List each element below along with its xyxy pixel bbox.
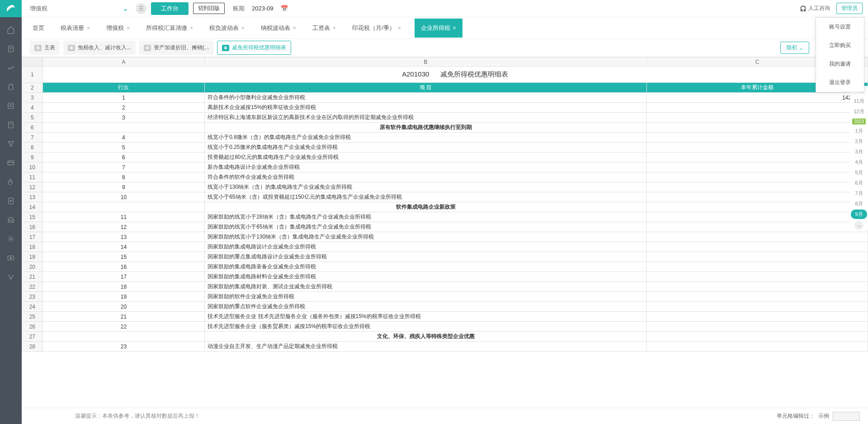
cell[interactable]: 线宽小于65纳米（含）或投资额超过150亿元的集成电路生产企业减免企业所得税	[205, 192, 647, 202]
dropdown-item[interactable]: 账号设置	[816, 18, 864, 36]
cell[interactable]: 国家鼓励的线宽小于65纳米（含）集成电路生产企业减免企业所得税	[205, 222, 647, 232]
cell[interactable]	[647, 252, 868, 262]
cell[interactable]	[647, 182, 868, 192]
row-header[interactable]: 28	[22, 342, 43, 352]
close-icon[interactable]: ×	[293, 25, 296, 31]
month-item[interactable]: 11月	[851, 96, 867, 106]
row-header[interactable]: 12	[22, 182, 43, 192]
cell[interactable]: 13	[42, 232, 205, 242]
collapse-button[interactable]: ☰	[136, 3, 146, 14]
jar-icon[interactable]	[6, 82, 15, 91]
tab[interactable]: 税表清册×	[58, 19, 93, 38]
column-header[interactable]: B	[205, 57, 647, 67]
cell[interactable]	[647, 322, 868, 332]
calc-icon[interactable]	[6, 120, 15, 129]
cell[interactable]: 17	[42, 272, 205, 282]
close-icon[interactable]: ×	[190, 25, 193, 31]
cell[interactable]	[647, 292, 868, 302]
month-item[interactable]: 7月	[851, 189, 867, 198]
cell[interactable]: 动漫企业自主开发、生产动漫产品定期减免企业所得税	[205, 342, 647, 352]
doc-icon[interactable]	[6, 44, 15, 53]
row-header[interactable]: 4	[22, 103, 43, 113]
subtab[interactable]: ▦减免所得税优惠明细表	[217, 41, 291, 55]
cell[interactable]	[647, 222, 868, 232]
tax-type-select[interactable]: 增值税 ⌄	[27, 4, 131, 13]
cell[interactable]: 国家鼓励的集成电路封装、测试企业减免企业所得税	[205, 282, 647, 292]
chart-icon[interactable]	[6, 63, 15, 72]
cell[interactable]: 12	[42, 222, 205, 232]
cell[interactable]	[647, 123, 868, 133]
calendar-icon[interactable]: 📅	[281, 5, 288, 12]
tab[interactable]: 首页	[30, 19, 47, 38]
close-icon[interactable]: ×	[241, 25, 245, 31]
row-header[interactable]: 6	[22, 123, 43, 133]
month-item[interactable]: 2月	[851, 137, 867, 146]
row-header[interactable]: 23	[22, 292, 43, 302]
month-item[interactable]: 9月	[851, 210, 867, 219]
month-item[interactable]: 8月	[851, 199, 867, 209]
card-icon[interactable]	[6, 158, 15, 167]
cell[interactable]: 国家鼓励的集成电路材料企业减免企业所得税	[205, 272, 647, 282]
cell[interactable]: 18	[42, 282, 205, 292]
month-item[interactable]: 12月	[851, 107, 867, 116]
cell[interactable]: 符合条件的小型微利企业减免企业所得税	[205, 93, 647, 103]
cell[interactable]	[647, 262, 868, 272]
cell[interactable]: 9	[42, 182, 205, 192]
row-header[interactable]: 19	[22, 252, 43, 262]
cell[interactable]	[647, 143, 868, 152]
column-header[interactable]: A	[42, 57, 205, 67]
row-header[interactable]: 11	[22, 172, 43, 182]
row-header[interactable]: 25	[22, 312, 43, 322]
video-icon[interactable]	[6, 253, 15, 262]
row-header[interactable]: 26	[22, 322, 43, 332]
cell[interactable]	[647, 332, 868, 342]
cell[interactable]: 线宽小于0.8微米（含）的集成电路生产企业减免企业所得税	[205, 133, 647, 143]
row-header[interactable]: 5	[22, 113, 43, 123]
dropdown-item[interactable]: 立即购买	[816, 36, 864, 55]
inbox-icon[interactable]	[6, 215, 15, 224]
cell[interactable]	[647, 212, 868, 222]
cell[interactable]: 16	[42, 262, 205, 272]
month-item[interactable]: 5月	[851, 168, 867, 177]
cell[interactable]: 技术先进型服务企业 技术先进型服务企业（服务外包类）减按15%的税率征收企业所得…	[205, 312, 647, 322]
cell[interactable]	[42, 332, 205, 342]
home-icon[interactable]	[6, 25, 15, 34]
cell[interactable]: 2	[42, 103, 205, 113]
filter-icon[interactable]	[6, 139, 15, 148]
cell[interactable]	[647, 192, 868, 202]
cell[interactable]: 10	[42, 192, 205, 202]
cell[interactable]	[647, 202, 868, 212]
cell[interactable]: 14	[42, 242, 205, 252]
row-header[interactable]: 8	[22, 143, 43, 152]
row-header[interactable]: 2	[22, 83, 43, 93]
row-header[interactable]: 10	[22, 162, 43, 172]
tab[interactable]: 企业所得税×	[415, 19, 462, 38]
cell[interactable]: 国家鼓励的集成电路装备企业减免企业所得税	[205, 262, 647, 272]
row-header[interactable]: 16	[22, 222, 43, 232]
cell[interactable]: 8	[42, 172, 205, 182]
app-logo[interactable]	[0, 0, 22, 17]
cell[interactable]: 23	[42, 342, 205, 352]
close-icon[interactable]: ×	[398, 25, 401, 31]
cell[interactable]: 7	[42, 162, 205, 172]
cell[interactable]	[647, 172, 868, 182]
cell[interactable]	[647, 272, 868, 282]
spreadsheet[interactable]: ABC1A201030 减免所得税优惠明细表2行次项 目本年累计金额31符合条件…	[22, 57, 868, 408]
export-icon[interactable]	[6, 196, 15, 205]
month-item[interactable]: 4月	[851, 157, 867, 167]
row-header[interactable]: 21	[22, 272, 43, 282]
cell[interactable]	[42, 123, 205, 133]
month-item[interactable]: 6月	[851, 178, 867, 188]
cell[interactable]	[647, 113, 868, 123]
cell[interactable]	[42, 202, 205, 212]
cell[interactable]: 21	[42, 312, 205, 322]
row-header[interactable]: 20	[22, 262, 43, 272]
list-icon[interactable]	[6, 101, 15, 110]
month-item[interactable]: 3月	[851, 147, 867, 157]
cell[interactable]	[647, 133, 868, 143]
close-icon[interactable]: ×	[453, 25, 456, 31]
cell[interactable]: 技术先进型服务企业（服务贸易类）减按15%的税率征收企业所得税	[205, 322, 647, 332]
cell[interactable]: 国家鼓励的线宽小于28纳米（含）集成电路生产企业减免企业所得税	[205, 212, 647, 222]
cell[interactable]: 1	[42, 93, 205, 103]
cell[interactable]	[647, 312, 868, 322]
